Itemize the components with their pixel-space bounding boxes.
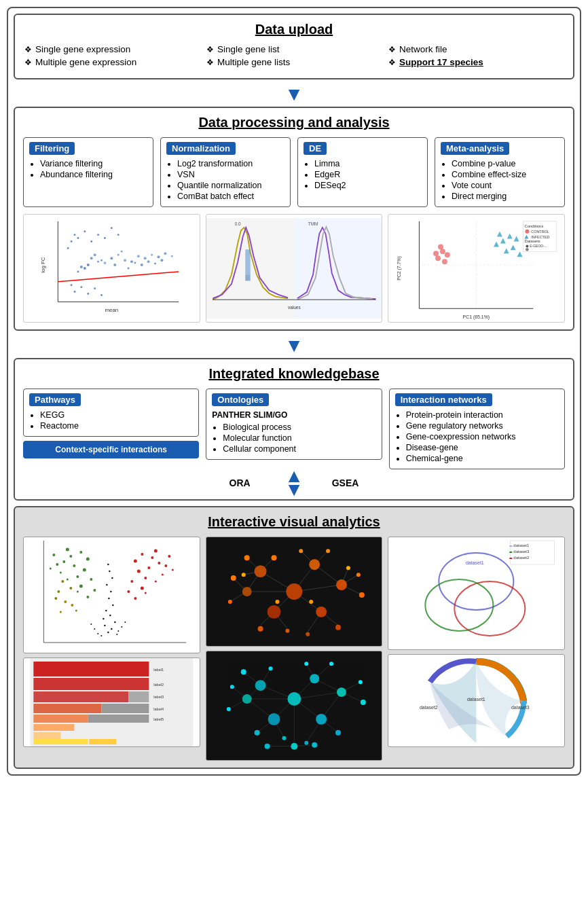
svg-point-101	[111, 577, 113, 579]
svg-point-13	[80, 266, 83, 268]
svg-point-20	[137, 255, 140, 257]
svg-point-106	[94, 628, 95, 630]
svg-point-6	[87, 264, 90, 266]
svg-point-94	[103, 618, 104, 619]
svg-point-268	[264, 744, 270, 749]
svg-point-203	[316, 607, 327, 617]
context-box: Context-specific interactions	[23, 441, 199, 458]
svg-point-122	[162, 574, 164, 576]
svg-point-261	[304, 741, 308, 745]
svg-point-92	[104, 625, 105, 626]
networks-header: Interaction networks	[395, 393, 492, 406]
svg-point-254	[337, 687, 346, 697]
svg-point-16	[124, 259, 126, 261]
svg-point-29	[160, 259, 163, 261]
svg-text:0.0: 0.0	[234, 221, 240, 226]
svg-point-206	[244, 555, 249, 560]
svg-point-200	[254, 565, 266, 577]
svg-point-208	[326, 549, 330, 553]
svg-point-138	[66, 548, 69, 552]
chart-line: 0.0 TMM values	[206, 214, 383, 323]
svg-rect-165	[33, 732, 60, 739]
ontology-note: PANTHER SLIM/GO	[212, 410, 375, 420]
meta-item-3: Vote count	[452, 181, 559, 190]
svg-point-127	[172, 569, 174, 571]
meta-header: Meta-analysis	[441, 142, 509, 155]
svg-point-108	[90, 624, 92, 625]
charts-row: mean log FC 0.0 TMM	[23, 214, 565, 323]
svg-rect-169	[33, 739, 88, 744]
network-lower-box	[206, 651, 383, 761]
svg-point-120	[154, 549, 158, 553]
svg-point-8	[100, 259, 103, 261]
svg-rect-163	[33, 715, 88, 723]
svg-point-209	[299, 549, 303, 553]
svg-text:dataset2: dataset2	[514, 556, 530, 560]
svg-point-126	[130, 580, 133, 583]
svg-text:label1: label1	[153, 668, 164, 672]
svg-point-86	[526, 245, 529, 247]
svg-point-9	[84, 267, 86, 270]
onto-item-2: Molecular function	[223, 433, 375, 443]
norm-item-1: Log2 transformation	[177, 159, 284, 168]
norm-item-4: ComBat batch effect	[177, 192, 284, 201]
svg-point-10	[103, 261, 106, 264]
gsea-label: GSEA	[332, 477, 359, 488]
svg-point-134	[73, 564, 75, 567]
svg-point-25	[147, 260, 150, 263]
svg-point-250	[310, 674, 319, 683]
svg-point-93	[114, 621, 115, 623]
svg-text:dataset3: dataset3	[514, 549, 530, 554]
svg-rect-170	[89, 739, 116, 744]
svg-point-154	[75, 610, 77, 612]
svg-point-263	[229, 685, 234, 689]
svg-rect-166	[128, 691, 149, 702]
analytics-columns: label1 label2 label3 label4 label5	[23, 537, 565, 761]
svg-text:label5: label5	[153, 717, 164, 721]
svg-point-118	[141, 553, 143, 556]
svg-point-130	[86, 596, 89, 598]
svg-point-45	[94, 287, 96, 289]
norm-item-3: Quantile normalization	[177, 181, 284, 190]
svg-point-19	[128, 268, 130, 270]
svg-point-205	[336, 579, 347, 590]
svg-point-269	[312, 742, 317, 748]
svg-point-199	[286, 583, 302, 600]
svg-point-145	[50, 568, 52, 570]
svg-rect-51	[294, 218, 382, 319]
upload-item-6: Support 17 species	[388, 57, 564, 67]
svg-rect-164	[33, 724, 74, 731]
svg-point-40	[117, 234, 120, 236]
know-col-ontologies: Ontologies PANTHER SLIM/GO Biological pr…	[206, 389, 382, 473]
svg-point-28	[164, 252, 166, 255]
svg-point-24	[151, 254, 153, 256]
svg-rect-168	[88, 715, 149, 723]
svg-point-115	[137, 570, 141, 573]
norm-item-2: VSN	[177, 170, 284, 179]
de-item-1: Limma	[314, 159, 422, 168]
svg-point-219	[346, 566, 350, 570]
analytics-col-2	[206, 537, 383, 761]
network-item-3: Gene-coexpression networks	[406, 432, 559, 441]
svg-text:label2: label2	[153, 683, 164, 687]
svg-point-38	[104, 237, 106, 239]
svg-point-14	[117, 254, 120, 256]
svg-point-136	[79, 551, 82, 554]
proc-col-de: DE Limma EdgeR DESeq2	[297, 137, 428, 207]
pca-svg: PC1 (65.1%) PC2 (7.7%)	[388, 215, 564, 322]
svg-point-215	[228, 600, 232, 604]
svg-point-204	[242, 587, 251, 596]
svg-text:PC1 (65.1%): PC1 (65.1%)	[463, 314, 490, 320]
pathway-item-2: Reactome	[40, 421, 193, 431]
svg-point-151	[54, 597, 57, 600]
ontologies-header: Ontologies	[212, 393, 269, 406]
network-lower-svg	[206, 651, 382, 760]
svg-point-148	[61, 580, 64, 583]
svg-rect-54	[245, 249, 250, 274]
svg-point-69	[442, 259, 447, 264]
svg-point-31	[71, 240, 73, 242]
svg-point-214	[230, 575, 236, 581]
svg-point-256	[268, 666, 272, 670]
svg-point-27	[154, 263, 156, 265]
svg-text:Datasets: Datasets	[525, 239, 540, 243]
